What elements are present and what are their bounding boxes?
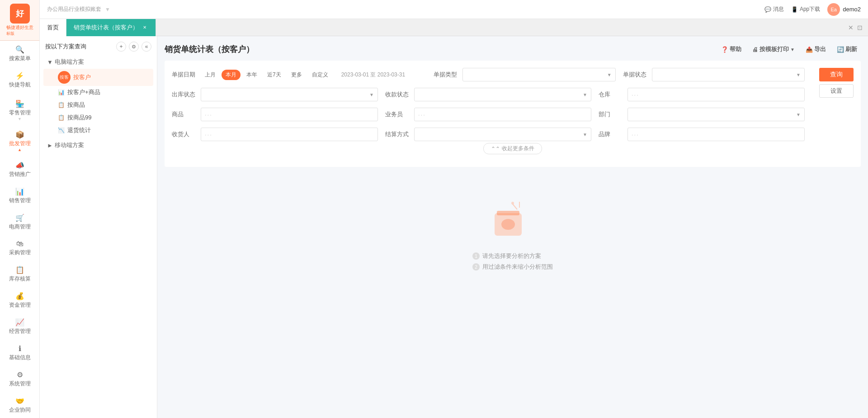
empty-hint-2: 2 用过滤条件来缩小分析范围	[472, 263, 553, 271]
order-type-label: 单据类型	[434, 71, 462, 79]
sidebar-item-search[interactable]: 🔍 搜索菜单	[0, 41, 39, 67]
goods-label: 商品	[172, 110, 201, 119]
empty-hints: 1 请先选择要分析的方案 2 用过滤条件来缩小分析范围	[472, 252, 553, 274]
goods-control[interactable]: ···	[201, 108, 378, 121]
help-icon: ❓	[721, 46, 728, 53]
date-tabs: 上月 本月 本年 近7天 更多 自定义	[201, 70, 332, 80]
sidebar-item-ecommerce[interactable]: 🛒 电商管理	[0, 209, 39, 235]
export-button[interactable]: 📤 导出	[802, 43, 830, 55]
svg-point-2	[501, 219, 515, 230]
tab-home[interactable]: 首页	[40, 19, 66, 36]
sidebar-item-quick-nav[interactable]: ⚡ 快捷导航	[0, 67, 39, 93]
date-tab-last-month[interactable]: 上月	[201, 70, 220, 80]
expand-icon: ▼	[47, 59, 53, 66]
stockout-control[interactable]: ▼	[201, 88, 378, 101]
sidebar-item-system[interactable]: ⚙ 系统管理	[0, 366, 39, 392]
sidebar-item-inventory[interactable]: 📋 库存核算	[0, 261, 39, 287]
sidebar-item-sales[interactable]: 📊 销售管理	[0, 183, 39, 209]
message-button[interactable]: 💬 消息	[764, 5, 784, 13]
sidebar-item-basic-info[interactable]: ℹ 基础信息	[0, 340, 39, 366]
tab-close-button[interactable]: ✕	[141, 24, 148, 31]
filter-date-item: 单据日期 上月 本月 本年 近7天 更多 自定义	[172, 70, 426, 80]
payment-control[interactable]: ▼	[414, 88, 591, 101]
breadcrumb: 办公用品行业模拟账套	[47, 5, 101, 13]
quick-nav-icon: ⚡	[15, 71, 24, 80]
user-area[interactable]: Ea demo2	[827, 3, 861, 16]
tree-mobile-parent[interactable]: ► 移动端方案	[43, 138, 153, 152]
filter-dept-item: 部门 ▼	[599, 108, 805, 121]
collapse-up-icon: ⌃⌃	[491, 146, 500, 152]
date-tab-this-month[interactable]: 本月	[222, 70, 241, 80]
page-actions: ❓ 帮助 🖨 按模板打印 ▼ 📤 导出 🔄 刷新	[717, 43, 861, 55]
print-icon: 🖨	[752, 46, 758, 53]
date-control: 上月 本月 本年 近7天 更多 自定义 2023-03-01 至 2023-03…	[201, 70, 426, 80]
message-icon: 💬	[764, 6, 771, 13]
brand-control[interactable]: ···	[627, 128, 805, 141]
marketing-icon: 📣	[15, 161, 24, 170]
tree-child-customer-goods[interactable]: 📊 按客户+商品	[43, 86, 153, 99]
staff-label: 业务员	[385, 110, 414, 119]
chart-icon: 📊	[58, 89, 65, 95]
tab-bar: 首页 销货单统计表（按客户） ✕ ✕ ⊡	[40, 19, 868, 36]
filter-warehouse-item: 仓库 ···	[599, 88, 805, 101]
right-content: 销货单统计表（按客户） ❓ 帮助 🖨 按模板打印 ▼ 📤 导出	[157, 36, 868, 418]
sidebar-item-operations[interactable]: 📈 经营管理	[0, 314, 39, 340]
receiver-control[interactable]: ···	[201, 128, 378, 141]
panel-header: 按以下方案查询 + ⚙ «	[40, 42, 157, 55]
sidebar-item-purchase[interactable]: 🛍 采购管理	[0, 235, 39, 261]
dept-label: 部门	[599, 110, 627, 119]
filter-content: 单据日期 上月 本月 本年 近7天 更多 自定义	[172, 68, 854, 141]
refresh-button[interactable]: 🔄 刷新	[833, 43, 861, 55]
brand-dots: ···	[632, 131, 639, 138]
filter-row-4: 收货人 ··· 结算方式 ▼	[172, 128, 805, 141]
warehouse-control[interactable]: ···	[627, 88, 805, 101]
collapse-button[interactable]: ⌃⌃ 收起更多条件	[483, 143, 542, 154]
wholesale-icon: 📦	[15, 130, 24, 139]
tree-child-by-goods-99[interactable]: 📋 按商品99	[43, 111, 153, 124]
table-icon: 📋	[58, 102, 65, 108]
date-tab-custom[interactable]: 自定义	[308, 70, 332, 80]
filter-fields: 单据日期 上月 本月 本年 近7天 更多 自定义	[172, 68, 805, 141]
settle-control[interactable]: ▼	[414, 128, 591, 141]
date-tab-this-year[interactable]: 本年	[242, 70, 261, 80]
tree-child-by-customer[interactable]: 按客 按客户	[43, 69, 153, 86]
expand-mobile-icon: ►	[47, 142, 53, 149]
close-window-icon[interactable]: ✕	[848, 24, 854, 31]
sidebar-item-enterprise[interactable]: 🤝 企业协同	[0, 392, 39, 418]
filter-panel: 单据日期 上月 本月 本年 近7天 更多 自定义	[165, 61, 861, 167]
breadcrumb-dropdown-icon[interactable]: ▼	[105, 6, 110, 13]
scheme-settings-button[interactable]: ⚙	[129, 42, 139, 52]
tree-child-return-stats[interactable]: 📉 退货统计	[43, 124, 153, 137]
date-tab-7days[interactable]: 近7天	[263, 70, 285, 80]
dept-control[interactable]: ▼	[627, 108, 805, 121]
tree-desktop-parent[interactable]: ▼ 电脑端方案	[43, 55, 153, 69]
help-button[interactable]: ❓ 帮助	[717, 43, 745, 55]
maximize-icon[interactable]: ⊡	[857, 24, 863, 31]
sidebar-item-retail[interactable]: 🏪 零售管理 ▼	[0, 95, 39, 126]
tab-sales-stats[interactable]: 销货单统计表（按客户） ✕	[66, 19, 156, 36]
inventory-icon: 📋	[15, 266, 24, 274]
empty-state: 1 请先选择要分析的方案 2 用过滤条件来缩小分析范围	[165, 172, 861, 301]
filter-payment-item: 收款状态 ▼	[385, 88, 591, 101]
date-tab-more[interactable]: 更多	[287, 70, 306, 80]
panel-collapse-button[interactable]: «	[142, 42, 151, 52]
print-dropdown-icon: ▼	[790, 47, 795, 52]
settings-icon: ⚙	[132, 44, 136, 50]
brand-label: 品牌	[599, 130, 627, 138]
tree-child-by-goods[interactable]: 📋 按商品	[43, 99, 153, 111]
sidebar-item-finance[interactable]: 💰 资金管理	[0, 287, 39, 314]
staff-control[interactable]: ···	[414, 108, 591, 121]
filter-order-status-item: 单据状态 ▼	[623, 68, 805, 81]
filter-order-type-item: 单据类型 ▼	[434, 68, 615, 81]
filter-settings-button[interactable]: 设置	[819, 84, 854, 98]
order-status-control[interactable]: ▼	[652, 68, 805, 81]
sales-stats-tab-label: 销货单统计表（按客户）	[74, 24, 138, 32]
retail-icon: 🏪	[15, 100, 24, 108]
order-type-control[interactable]: ▼	[462, 68, 615, 81]
app-download-button[interactable]: 📱 App下载	[791, 5, 820, 13]
sidebar-item-marketing[interactable]: 📣 营销推广	[0, 157, 39, 183]
query-button[interactable]: 查询	[819, 68, 854, 81]
add-scheme-button[interactable]: +	[116, 42, 126, 52]
print-button[interactable]: 🖨 按模板打印 ▼	[749, 43, 798, 55]
sidebar-item-wholesale[interactable]: 📦 批发管理 ▲	[0, 126, 39, 157]
